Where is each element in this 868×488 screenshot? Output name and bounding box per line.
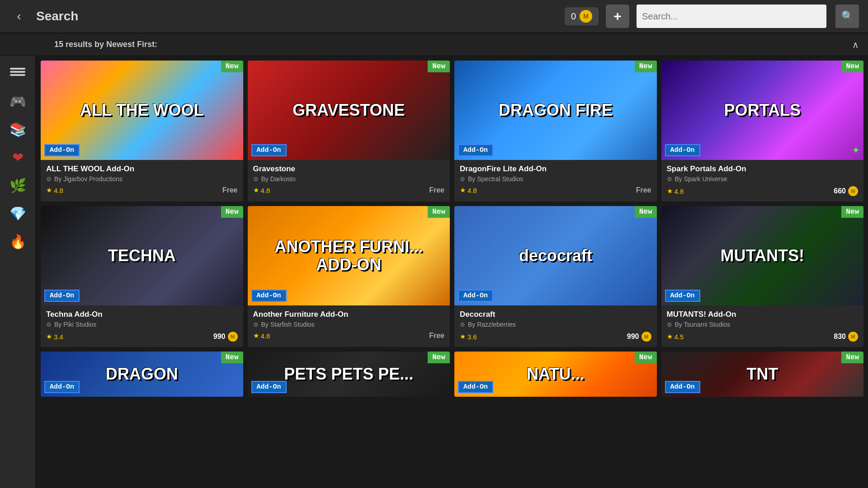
coin-price-icon: M <box>228 332 238 342</box>
star-icon: ★ <box>46 186 52 194</box>
worlds-icon: 💎 <box>9 206 26 221</box>
grid-container: ALL THE WOOLNewAdd-OnALL THE WOOL Add-On… <box>36 56 868 488</box>
card-price: 830 M <box>834 332 858 342</box>
card-author: ⚙ By Jigarbov Productions <box>46 175 238 183</box>
card-price: Free <box>222 186 238 194</box>
author-icon: ⚙ <box>253 176 259 183</box>
card-title-overlay: MUTANTS! <box>671 247 854 265</box>
skins-icon: 🌿 <box>9 178 26 193</box>
card-title-overlay: decocraft <box>464 247 646 265</box>
card-author: ⚙ By Darkosto <box>253 175 445 183</box>
hamburger-line-2 <box>10 71 25 73</box>
card-name: MUTANTS! Add-On <box>667 310 859 319</box>
author-icon: ⚙ <box>667 176 672 183</box>
card-spark-portals[interactable]: PORTALSNewAdd-On✦Spark Portals Add-On⚙ B… <box>661 61 864 202</box>
card-title-overlay: PORTALS <box>671 101 854 119</box>
new-badge: New <box>635 352 657 363</box>
addon-badge: Add-On <box>458 381 493 393</box>
add-button[interactable]: + <box>606 5 629 28</box>
card-gravestone[interactable]: GRAVESTONENewAdd-OnGravestone⚙ By Darkos… <box>248 61 450 202</box>
addon-badge: Add-On <box>251 144 287 156</box>
card-title-overlay: NATU... <box>464 365 646 383</box>
card-title-overlay: TECHNA <box>51 247 233 265</box>
new-badge: New <box>221 206 243 218</box>
card-rating: ★ 4.8 <box>46 186 63 194</box>
sidebar: 🎮 📚 ❤ 🌿 💎 🔥 <box>0 56 36 488</box>
new-badge: New <box>635 61 657 72</box>
addon-badge: Add-On <box>458 144 493 156</box>
sidebar-item-skins[interactable]: 🌿 <box>4 173 31 198</box>
star-icon: ★ <box>253 332 259 340</box>
add-icon: + <box>613 9 622 24</box>
addon-badge: Add-On <box>665 144 700 156</box>
star-icon: ★ <box>460 333 466 341</box>
hamburger-line-1 <box>10 68 25 70</box>
coin-price-icon: M <box>848 332 858 342</box>
card-techna[interactable]: TECHNANewAdd-OnTechna Add-On⚙ By Piki St… <box>41 206 243 347</box>
search-icon: 🔍 <box>841 10 854 22</box>
card-author: ⚙ By Starfish Studios <box>253 321 445 328</box>
author-icon: ⚙ <box>460 321 465 328</box>
sidebar-item-hot[interactable]: 🔥 <box>4 229 31 254</box>
search-box <box>637 5 826 28</box>
card-title-overlay: TNT <box>671 365 854 383</box>
new-badge: New <box>221 61 243 72</box>
card-name: DragonFire Lite Add-On <box>460 164 651 174</box>
card-tnt[interactable]: TNTNewAdd-On <box>661 352 864 397</box>
wishlist-icon: ❤ <box>12 150 24 165</box>
addon-badge: Add-On <box>458 290 493 302</box>
coins-button[interactable]: 0 M <box>565 7 599 25</box>
card-title-overlay: DRAGON <box>51 365 233 383</box>
new-badge: New <box>635 206 657 218</box>
new-badge: New <box>428 61 450 72</box>
card-title-overlay: PETS PETS PE... <box>258 365 440 383</box>
main-content: 🎮 📚 ❤ 🌿 💎 🔥 ALL THE WOOLNewAdd-OnALL THE… <box>0 56 868 488</box>
card-decocraft[interactable]: decocraftNewAdd-OnDecocraft⚙ By Razzlebe… <box>454 206 657 347</box>
card-dragon2[interactable]: DRAGONNewAdd-On <box>41 352 243 397</box>
search-button[interactable]: 🔍 <box>835 5 859 28</box>
author-icon: ⚙ <box>46 321 52 328</box>
card-author: ⚙ By Tsunami Studios <box>667 321 859 328</box>
sidebar-item-worlds[interactable]: 💎 <box>4 201 31 226</box>
new-badge: New <box>221 352 243 363</box>
sidebar-item-wishlist[interactable]: ❤ <box>4 145 31 170</box>
coin-icon: M <box>580 10 592 23</box>
card-pets[interactable]: PETS PETS PE...NewAdd-On <box>248 352 450 397</box>
back-button[interactable]: ‹ <box>9 6 29 26</box>
coins-value: 0 <box>571 11 576 22</box>
sidebar-item-featured[interactable]: 🎮 <box>4 89 31 114</box>
card-title-overlay: GRAVESTONE <box>258 101 440 119</box>
new-badge: New <box>841 206 863 218</box>
card-price: Free <box>429 332 444 340</box>
addon-badge: Add-On <box>665 381 700 393</box>
addon-badge: Add-On <box>665 290 700 302</box>
card-another-furniture[interactable]: ANOTHER FURNI... ADD-ONNewAdd-OnAnother … <box>248 206 450 347</box>
addon-badge: Add-On <box>44 381 80 393</box>
menu-button[interactable] <box>4 61 31 83</box>
card-dragonfire[interactable]: DRAGON FIRENewAdd-OnDragonFire Lite Add-… <box>454 61 657 202</box>
sidebar-item-marketplace[interactable]: 📚 <box>4 117 31 142</box>
card-all-the-wool[interactable]: ALL THE WOOLNewAdd-OnALL THE WOOL Add-On… <box>41 61 243 202</box>
star-icon: ★ <box>667 187 673 195</box>
star-icon: ★ <box>46 333 52 341</box>
addon-badge: Add-On <box>44 290 80 302</box>
card-price: 990 M <box>213 332 238 342</box>
card-author: ⚙ By Piki Studios <box>46 321 238 328</box>
featured-icon: 🎮 <box>9 94 26 109</box>
card-author: ⚙ By Spark Universe <box>667 175 859 183</box>
item-grid: ALL THE WOOLNewAdd-OnALL THE WOOL Add-On… <box>41 61 863 397</box>
card-mutants[interactable]: MUTANTS!NewAdd-OnMUTANTS! Add-On⚙ By Tsu… <box>661 206 864 347</box>
collapse-button[interactable]: ∧ <box>852 39 859 50</box>
card-price: 660 M <box>834 186 858 196</box>
card-name: Gravestone <box>253 164 445 174</box>
card-rating: ★ 4.8 <box>253 186 270 194</box>
card-nature[interactable]: NATU...NewAdd-On <box>454 352 657 397</box>
back-icon: ‹ <box>17 9 21 23</box>
author-icon: ⚙ <box>253 321 259 328</box>
card-name: Techna Add-On <box>46 310 238 319</box>
author-icon: ⚙ <box>46 176 52 183</box>
card-rating: ★ 4.8 <box>253 332 270 340</box>
card-rating: ★ 4.8 <box>460 186 477 194</box>
search-input[interactable] <box>642 11 821 22</box>
author-icon: ⚙ <box>667 321 672 328</box>
